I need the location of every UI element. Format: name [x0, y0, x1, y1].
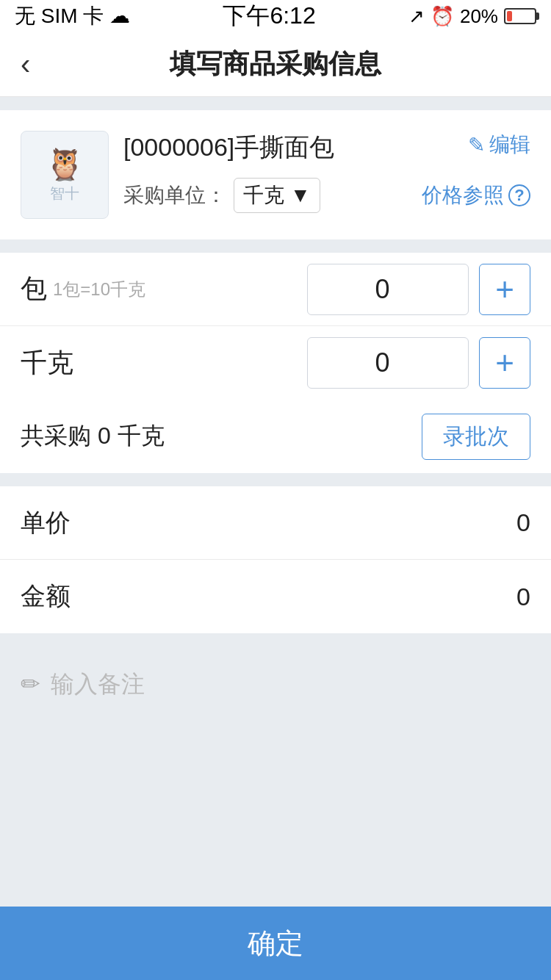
product-thumbnail: 🦉 智十	[21, 131, 109, 219]
edit-icon: ✎	[468, 133, 485, 157]
bag-quantity-input[interactable]	[307, 264, 469, 315]
price-ref-help-icon: ?	[508, 184, 530, 206]
brand-label: 智十	[50, 184, 79, 203]
unit-prefix-label: 采购单位：	[123, 181, 226, 209]
confirm-label: 确定	[248, 925, 303, 962]
page-title: 填写商品采购信息	[170, 46, 381, 82]
status-bar: 无 SIM 卡 ☁ 下午6:12 ↗ ⏰ 20%	[0, 0, 551, 32]
edit-button[interactable]: ✎ 编辑	[468, 131, 530, 159]
product-info: [0000006]手撕面包 ✎ 编辑 采购单位： 千克 ▼ 价格参照	[123, 131, 530, 213]
status-right: ↗ ⏰ 20%	[408, 5, 536, 28]
total-text: 共采购 0 千克	[21, 420, 422, 453]
note-section[interactable]: ✏ 输入备注	[0, 646, 551, 735]
product-header: [0000006]手撕面包 ✎ 编辑	[123, 131, 530, 165]
price-ref-label: 价格参照	[422, 181, 504, 209]
price-section: 单价 0 金额 0	[0, 486, 551, 633]
total-row: 共采购 0 千克 录批次	[0, 400, 551, 473]
kg-plus-button[interactable]: +	[479, 337, 530, 389]
bag-input-row: 包 1包=10千克 +	[0, 253, 551, 326]
location-icon: ↗	[408, 5, 425, 28]
amount-row: 金额 0	[0, 560, 551, 633]
edit-label: 编辑	[489, 131, 530, 159]
section-divider-1	[0, 239, 551, 253]
battery-percent: 20%	[460, 5, 498, 28]
price-reference-button[interactable]: 价格参照 ?	[422, 181, 530, 209]
bag-plus-button[interactable]: +	[479, 264, 530, 315]
status-left: 无 SIM 卡 ☁	[15, 2, 130, 30]
product-card: 🦉 智十 [0000006]手撕面包 ✎ 编辑 采购单位： 千克 ▼	[0, 110, 551, 239]
section-divider-2	[0, 473, 551, 486]
status-time: 下午6:12	[223, 0, 315, 32]
unit-row: 采购单位： 千克 ▼ 价格参照 ?	[123, 178, 530, 213]
unit-price-value: 0	[516, 508, 530, 537]
bag-hint: 1包=10千克	[53, 278, 145, 301]
amount-label: 金额	[21, 580, 516, 613]
section-divider-top	[0, 97, 551, 110]
confirm-button[interactable]: 确定	[0, 907, 551, 980]
kg-label: 千克	[21, 345, 73, 381]
battery-icon	[504, 8, 536, 24]
kg-input-row: 千克 +	[0, 326, 551, 400]
section-divider-3	[0, 633, 551, 646]
unit-price-row: 单价 0	[0, 486, 551, 560]
quantity-input-section: 包 1包=10千克 + 千克 +	[0, 253, 551, 400]
unit-select[interactable]: 千克 ▼	[234, 178, 320, 213]
amount-value: 0	[516, 583, 530, 611]
sim-label: 无 SIM 卡 ☁	[15, 2, 130, 30]
batch-record-button[interactable]: 录批次	[422, 414, 530, 460]
kg-quantity-input[interactable]	[307, 337, 469, 389]
dropdown-arrow-icon: ▼	[290, 184, 311, 207]
pencil-icon: ✏	[21, 670, 40, 698]
product-name: [0000006]手撕面包	[123, 131, 459, 165]
unit-value: 千克	[243, 181, 284, 209]
note-placeholder: 输入备注	[51, 669, 145, 701]
bag-label: 包	[21, 271, 47, 307]
alarm-icon: ⏰	[431, 5, 454, 28]
owl-icon: 🦉	[46, 146, 84, 182]
back-button[interactable]: ‹	[21, 48, 30, 81]
unit-price-label: 单价	[21, 506, 516, 540]
nav-bar: ‹ 填写商品采购信息	[0, 32, 551, 97]
